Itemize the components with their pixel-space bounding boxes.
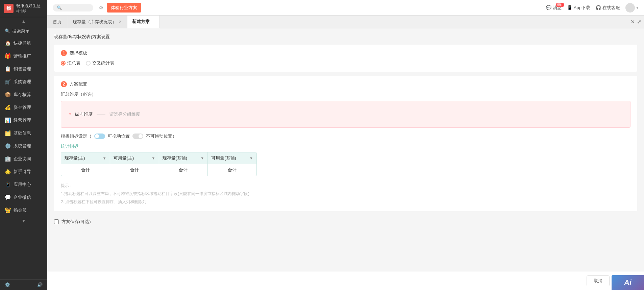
topbar-gear-icon[interactable]: ⚙ (99, 4, 103, 11)
sidebar-label-system: 系统管理 (14, 143, 31, 149)
sidebar-label-enterprise: 企业协同 (14, 156, 31, 162)
dimension-row: * 纵向维度 —— 请选择分组维度 (69, 111, 140, 117)
save-plan-checkbox[interactable] (54, 219, 59, 224)
sidebar-item-inventory[interactable]: 📦 库存核算 (0, 88, 47, 101)
stat-col-2[interactable]: 现存量(基辅) ▼ (159, 152, 208, 164)
sidebar-label-finance: 资金管理 (14, 104, 31, 111)
sidebar-item-purchase[interactable]: 🛒 采购管理 (0, 75, 47, 88)
stat-col-0-label: 现存量(主) (65, 155, 85, 161)
col-1-chevron-icon[interactable]: ▼ (152, 156, 155, 160)
topbar-messages[interactable]: 💬 消息 99+ (546, 5, 562, 11)
radio-summary-label: 汇总表 (67, 60, 80, 66)
topbar-user[interactable]: ▾ (625, 3, 639, 13)
stat-col-3[interactable]: 可用量(基辅) ▼ (208, 152, 256, 164)
tab-new-plan-close-icon[interactable]: ✕ (152, 19, 155, 24)
step1-card: 1 选择模板 汇总表 交叉统计表 (54, 45, 637, 72)
service-icon: 🎧 (596, 5, 601, 10)
sidebar-scroll-up[interactable]: ▲ (0, 17, 47, 25)
tab-expand-btn[interactable]: ⤢ (637, 19, 641, 25)
chevron-down-icon: ▾ (636, 5, 639, 10)
summary-dim-label: 汇总维度（必选） (61, 91, 630, 97)
industry-btn[interactable]: 体验行业方案 (107, 3, 141, 13)
sidebar-item-basic-info[interactable]: 🗂️ 基础信息 (0, 127, 47, 140)
service-label: 在线客服 (602, 5, 620, 11)
tip-1: 1.拖动标题栏可以调整布局，不可跨维度或指标区域拖动栏目字段(只能在同一维度或指… (61, 190, 630, 198)
step1-number: 1 (61, 50, 67, 56)
col-0-chevron-icon[interactable]: ▼ (103, 156, 106, 160)
draggable-toggle[interactable] (94, 134, 105, 139)
radio-summary-circle (61, 61, 66, 66)
tab-close-all-btn[interactable]: ✕ (630, 19, 635, 25)
topbar: 🔍 ⚙ 体验行业方案 💬 消息 99+ 📱 App下载 🎧 在线客服 ▾ (47, 0, 644, 16)
non-draggable-toggle[interactable] (132, 134, 143, 139)
sidebar-item-finance[interactable]: 💰 资金管理 (0, 101, 47, 114)
sidebar-item-enterprise[interactable]: 🏢 企业协同 (0, 152, 47, 165)
stat-table-header: 现存量(主) ▼ 可用量(主) ▼ 现存量(基辅) ▼ 可用量(基辅) ▼ (61, 152, 256, 164)
sidebar-label-purchase: 采购管理 (14, 79, 31, 85)
col-3-chevron-icon[interactable]: ▼ (249, 156, 253, 160)
operations-icon: 📊 (5, 117, 11, 123)
ai-badge[interactable]: Ai (612, 275, 644, 290)
sidebar-item-quick-nav[interactable]: 🏠 快捷导航 (0, 37, 47, 50)
sidebar-label-vip: 畅会员 (14, 207, 27, 213)
topbar-online-service[interactable]: 🎧 在线客服 (596, 5, 620, 11)
cancel-button[interactable]: 取消 (587, 275, 610, 286)
message-icon: 💬 (546, 5, 551, 10)
step2-label: 方案配置 (70, 81, 87, 87)
radio-summary-inner (62, 62, 65, 65)
quick-nav-icon: 🏠 (5, 40, 11, 46)
settings-icon[interactable]: ⚙️ (5, 282, 10, 287)
radio-summary[interactable]: 汇总表 (61, 60, 80, 66)
sidebar-item-app-center[interactable]: 📱 应用中心 (0, 178, 47, 191)
col-2-chevron-icon[interactable]: ▼ (200, 156, 204, 160)
tab-new-plan[interactable]: 新建方案 ✕ (127, 16, 160, 28)
sidebar-item-sales[interactable]: 📋 销售管理 (0, 63, 47, 75)
sidebar-search[interactable]: 🔍 搜索菜单 (0, 25, 47, 37)
sidebar-label-quick-nav: 快捷导航 (14, 40, 31, 46)
topbar-search[interactable]: 🔍 (53, 4, 93, 11)
sidebar-label-newbie: 新手引导 (14, 169, 31, 175)
speaker-icon[interactable]: 🔊 (37, 282, 43, 287)
save-plan-label: 方案保存(可选) (61, 219, 91, 225)
sidebar-item-operations[interactable]: 📊 经营管理 (0, 114, 47, 127)
stat-col-3-label: 可用量(基辅) (211, 155, 236, 161)
tab-inventory-close-icon[interactable]: ✕ (119, 20, 122, 24)
enterprise-icon: 🏢 (5, 156, 11, 162)
indicator-setting-label: 模板指标设定（ (61, 133, 92, 139)
topbar-app-download[interactable]: 📱 App下载 (567, 5, 590, 11)
topbar-search-icon: 🔍 (57, 5, 62, 10)
stat-section-label: 统计指标 (61, 143, 630, 149)
system-icon: ⚙️ (5, 143, 11, 149)
page-title: 现存量(库存状况表)方案设置 (54, 34, 637, 40)
sidebar-scroll-down[interactable]: ▼ (0, 217, 47, 225)
sidebar-bottom: ⚙️ 🔊 (0, 279, 47, 290)
stat-col-1[interactable]: 可用量(主) ▼ (110, 152, 159, 164)
stat-col-2-label: 现存量(基辅) (163, 155, 188, 161)
tab-home[interactable]: 首页 (47, 16, 67, 28)
dimension-select-area[interactable]: * 纵向维度 —— 请选择分组维度 (61, 101, 630, 128)
topbar-right: 💬 消息 99+ 📱 App下载 🎧 在线客服 ▾ (546, 3, 639, 13)
stat-col-0[interactable]: 现存量(主) ▼ (61, 152, 110, 164)
sidebar-logo: 畅 畅康通好生意 标准版 (0, 0, 47, 17)
scroll-up-btn[interactable]: ▲ (21, 18, 27, 25)
radio-cross-label: 交叉统计表 (92, 60, 114, 66)
finance-icon: 💰 (5, 104, 11, 111)
sidebar: 畅 畅康通好生意 标准版 ▲ 🔍 搜索菜单 🏠 快捷导航 🎁 营销推广 📋 销售… (0, 0, 47, 290)
message-badge: 99+ (556, 3, 564, 7)
non-draggable-label: 不可拖动位置） (146, 133, 177, 139)
sidebar-label-marketing: 营销推广 (14, 53, 31, 59)
sidebar-item-vip[interactable]: 👑 畅会员 (0, 204, 47, 217)
radio-cross[interactable]: 交叉统计表 (86, 60, 114, 66)
tab-inventory-status[interactable]: 现存量（库存状况表） ✕ (67, 16, 127, 28)
sidebar-item-newbie[interactable]: 🌟 新手引导 (0, 165, 47, 178)
tabbar: 首页 现存量（库存状况表） ✕ 新建方案 ✕ ✕ ⤢ (47, 16, 644, 28)
sidebar-item-marketing[interactable]: 🎁 营销推广 (0, 50, 47, 63)
sidebar-item-system[interactable]: ⚙️ 系统管理 (0, 140, 47, 152)
app-download-icon: 📱 (567, 5, 572, 10)
required-star: * (69, 112, 71, 117)
indicator-setting-row: 模板指标设定（ 可拖动位置 不可拖动位置） (61, 133, 630, 139)
sidebar-item-wechat[interactable]: 💬 企业微信 (0, 191, 47, 204)
dim-select-placeholder[interactable]: 请选择分组维度 (109, 111, 140, 117)
step2-header: 2 方案配置 (61, 81, 630, 87)
scroll-down-btn[interactable]: ▼ (21, 217, 27, 224)
